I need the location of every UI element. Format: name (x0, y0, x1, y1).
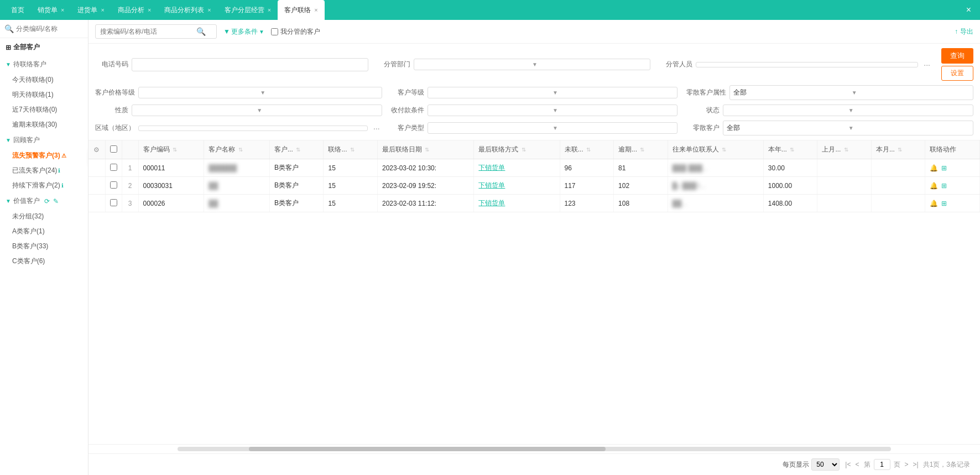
tab-purchase-order[interactable]: 进货单 × (71, 0, 111, 20)
sidebar-all-customers[interactable]: ⊞ 全部客户 (0, 38, 88, 56)
page-next-button[interactable]: > (904, 461, 910, 468)
arrow-down-icon-review: ▼ (6, 137, 11, 143)
tab-close-customer-tier[interactable]: × (268, 7, 271, 13)
action-contact-icon[interactable]: 🔔 (930, 182, 938, 190)
col-this-month[interactable]: 本月... ⇅ (871, 140, 925, 159)
tab-close-purchase-order[interactable]: × (101, 7, 104, 13)
action-more-icon[interactable]: ⊞ (941, 164, 947, 172)
select-all-checkbox[interactable] (110, 145, 117, 153)
tab-product-analysis-list[interactable]: 商品分析列表 × (158, 0, 217, 20)
tab-close-product-analysis[interactable]: × (148, 7, 151, 13)
sidebar-group-value[interactable]: ▼ 价值客户 ⟳ ✎ (0, 193, 88, 209)
sidebar-item-churned[interactable]: 已流失客户(24) ℹ (0, 163, 88, 178)
table-settings-col[interactable]: ⚙ (88, 140, 105, 159)
action-more-icon[interactable]: ⊞ (941, 182, 947, 190)
price-grade-select[interactable]: ▼ (138, 87, 382, 98)
settings-button[interactable]: 设置 (941, 66, 973, 81)
search-bar: 🔍 ▼ 更多条件 ▼ 我分管的客户 ↑ 导出 (88, 20, 980, 44)
tab-sales-order[interactable]: 销货单 × (31, 0, 71, 20)
tab-product-analysis[interactable]: 商品分析 × (111, 0, 158, 20)
col-customer-name[interactable]: 客户名称 ⇅ (204, 140, 270, 159)
row-checkbox[interactable] (110, 181, 117, 189)
zero-customer-select[interactable]: 全部 ▼ (723, 121, 973, 135)
filter-dept: 分管部门 ▼ (377, 59, 650, 70)
sidebar-item-declining[interactable]: 持续下滑客户(2) ℹ (0, 178, 88, 193)
sidebar-item-ungrouped[interactable]: 未分组(32) (0, 209, 88, 224)
window-close-button[interactable]: × (962, 5, 976, 15)
row-name: ██████ (204, 159, 270, 177)
sidebar-group-review[interactable]: ▼ 回顾客户 (0, 132, 88, 148)
col-last-contact-date[interactable]: 最后联络日期 ⇅ (378, 140, 474, 159)
status-select[interactable]: ▼ (723, 105, 973, 116)
phone-input[interactable] (132, 58, 368, 71)
col-customer-type[interactable]: 客户... ⇅ (269, 140, 324, 159)
action-contact-icon[interactable]: 🔔 (930, 200, 938, 207)
tab-home[interactable]: 首页 (4, 0, 31, 20)
edit-icon-value[interactable]: ✎ (53, 197, 59, 205)
search-input[interactable] (100, 28, 194, 35)
export-button[interactable]: ↑ 导出 (955, 27, 973, 36)
my-customers-check[interactable] (271, 28, 278, 35)
person-more-icon[interactable]: ··· (921, 60, 932, 69)
customer-grade-select[interactable]: ▼ (428, 87, 678, 98)
col-this-year[interactable]: 本年... ⇅ (763, 140, 817, 159)
row-checkbox[interactable] (110, 199, 117, 206)
row-overdue: 102 (614, 177, 668, 195)
region-select[interactable] (138, 126, 368, 131)
last-contact-method-link[interactable]: 下销货单 (478, 199, 505, 207)
col-uncontacted[interactable]: 未联... ⇅ (560, 140, 614, 159)
person-select[interactable] (696, 62, 918, 67)
sidebar-item-tomorrow-pending[interactable]: 明天待联络(1) (0, 87, 88, 102)
query-button[interactable]: 查询 (941, 48, 973, 64)
col-customer-code[interactable]: 客户编码 ⇅ (138, 140, 204, 159)
col-unit-contact[interactable]: 往来单位联系人 ⇅ (668, 140, 763, 159)
col-contact[interactable]: 联络... ⇅ (324, 140, 378, 159)
tab-customer-contact[interactable]: 客户联络 × (278, 0, 324, 20)
sidebar-item-c-class[interactable]: C类客户(6) (0, 254, 88, 269)
action-more-icon[interactable]: ⊞ (941, 200, 947, 207)
action-contact-icon[interactable]: 🔔 (930, 164, 938, 172)
more-conditions-toggle[interactable]: ▼ 更多条件 ▼ (223, 27, 264, 36)
info-icon-churned: ℹ (58, 168, 60, 174)
sidebar-item-week-pending[interactable]: 近7天待联络(0) (0, 102, 88, 117)
tab-customer-tier[interactable]: 客户分层经营 × (218, 0, 278, 20)
customer-type-select[interactable]: ▼ (428, 122, 678, 134)
row-checkbox[interactable] (110, 164, 117, 171)
my-customers-checkbox[interactable]: 我分管的客户 (271, 27, 320, 36)
page-prev-button[interactable]: < (854, 461, 860, 468)
sidebar-item-churn-warning[interactable]: 流失预警客户(3) ⚠ (0, 148, 88, 163)
gender-select[interactable]: ▼ (132, 105, 382, 116)
col-last-contact-method[interactable]: 最后联络方式 ⇅ (474, 140, 560, 159)
page-last-button[interactable]: >| (912, 461, 920, 468)
row-last-contact-method: 下销货单 (474, 195, 560, 212)
horizontal-scrollbar[interactable] (88, 444, 980, 453)
scrollbar-thumb[interactable] (249, 447, 606, 451)
col-overdue[interactable]: 逾期... ⇅ (614, 140, 668, 159)
refresh-icon-value[interactable]: ⟳ (44, 197, 50, 205)
search-icon-main[interactable]: 🔍 (196, 27, 206, 36)
page-size-dropdown[interactable]: 50 100 200 (811, 458, 840, 471)
tab-close-customer-contact[interactable]: × (314, 7, 317, 13)
table-header-row: ⚙ 客户编码 ⇅ 客户名称 ⇅ (88, 140, 980, 159)
tab-close-product-analysis-list[interactable]: × (207, 7, 211, 13)
row-settings-icon (88, 159, 105, 177)
zero-attr-select[interactable]: 全部 ▼ (729, 85, 973, 100)
sidebar-item-b-class[interactable]: B类客户(33) (0, 239, 88, 254)
dept-select[interactable]: ▼ (414, 59, 650, 70)
page-first-button[interactable]: |< (844, 461, 852, 468)
sidebar-item-today-pending[interactable]: 今天待联络(0) (0, 72, 88, 87)
last-contact-method-link[interactable]: 下销货单 (478, 164, 505, 171)
sidebar-group-pending[interactable]: ▼ 待联络客户 (0, 56, 88, 72)
payment-select[interactable]: ▼ (428, 105, 678, 116)
filter-price-grade: 客户价格等级 ▼ (95, 87, 382, 98)
sidebar-search-input[interactable] (16, 25, 88, 33)
row-overdue: 108 (614, 195, 668, 212)
sidebar-item-a-class[interactable]: A类客户(1) (0, 224, 88, 239)
region-more-icon[interactable]: ··· (371, 124, 382, 133)
tab-close-sales-order[interactable]: × (61, 7, 64, 13)
page-size-select: 每页显示 50 100 200 (783, 458, 840, 471)
col-last-month[interactable]: 上月... ⇅ (817, 140, 872, 159)
sidebar-item-overdue-uncontacted[interactable]: 逾期未联络(30) (0, 117, 88, 132)
last-contact-method-link[interactable]: 下销货单 (478, 181, 505, 189)
page-input[interactable] (874, 459, 890, 470)
